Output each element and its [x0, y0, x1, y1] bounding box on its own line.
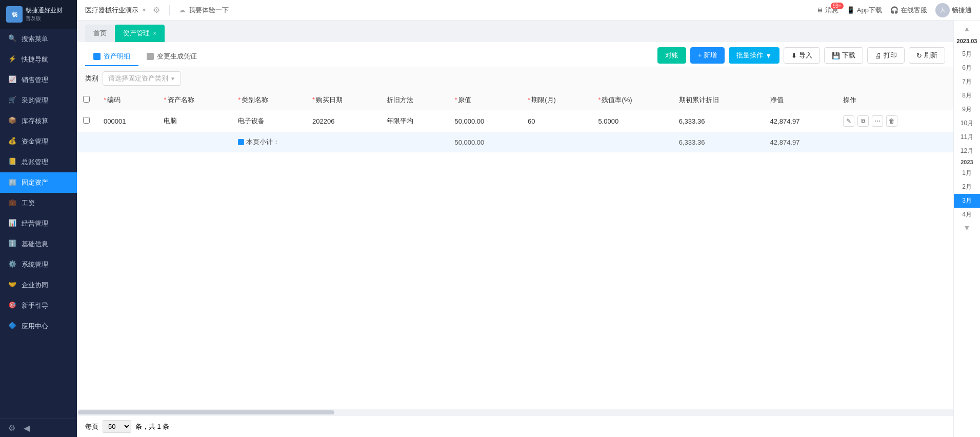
calendar-month-1[interactable]: 1月 — [954, 166, 980, 180]
headset-icon: 🎧 — [890, 6, 898, 14]
subtotal-empty-1 — [77, 132, 97, 152]
tab-asset-mgmt[interactable]: 资产管理 × — [115, 25, 165, 42]
refresh-btn[interactable]: ↻ 刷新 — [909, 47, 945, 64]
asset-detail-icon — [93, 53, 101, 60]
user-avatar-btn[interactable]: 人 畅捷通 — [935, 3, 972, 17]
app-download-btn[interactable]: 📱 App下载 — [847, 6, 882, 15]
sidebar-item-guide[interactable]: 🎯 新手引导 — [0, 295, 77, 316]
batch-ops-btn[interactable]: 批量操作 ▼ — [729, 47, 779, 64]
settings-icon[interactable]: ⚙ — [153, 5, 160, 15]
row-period-months: 60 — [522, 110, 592, 132]
calendar-month-8[interactable]: 8月 — [954, 89, 980, 103]
reconcile-btn[interactable]: 对账 — [657, 47, 686, 64]
phone-icon: 📱 — [847, 6, 855, 14]
calendar-month-4[interactable]: 4月 — [954, 208, 980, 222]
content-area: 首页 资产管理 × 资产明细 变更生成凭证 — [77, 21, 980, 437]
col-category: *类别名称 — [232, 90, 306, 110]
calendar-month-5[interactable]: 5月 — [954, 47, 980, 61]
new-btn[interactable]: + 新增 — [690, 47, 725, 64]
experience-btn[interactable]: ☁ 我要体验一下 — [179, 6, 229, 15]
row-checkbox[interactable] — [83, 117, 90, 124]
company-selector[interactable]: 医疗器械行业演示 ▼ — [85, 6, 147, 15]
subtotal-row: 本页小计： 50,000.00 6,333.36 42,874.97 — [77, 132, 953, 152]
calendar-month-2[interactable]: 2月 — [954, 180, 980, 194]
logo-text: 畅捷通好业财 普及版 — [26, 7, 63, 22]
col-actions: 操作 — [837, 90, 953, 110]
row-original-value: 50,000.00 — [448, 110, 522, 132]
print-btn[interactable]: 🖨 打印 — [867, 47, 905, 64]
sidebar-item-quick-nav[interactable]: ⚡ 快捷导航 — [0, 49, 77, 70]
sub-tab-asset-detail[interactable]: 资产明细 — [85, 48, 138, 66]
tab-home[interactable]: 首页 — [85, 25, 115, 42]
sidebar-item-system[interactable]: ⚙️ 系统管理 — [0, 254, 77, 275]
sidebar-item-fixed-assets[interactable]: 🏢 固定资产 — [0, 172, 77, 193]
subtotal-net-value: 42,874.97 — [764, 132, 837, 152]
chart-icon: 📈 — [8, 75, 17, 85]
sidebar-item-ledger[interactable]: 📒 总账管理 — [0, 152, 77, 172]
sidebar-item-search[interactable]: 🔍 搜索菜单 — [0, 29, 77, 49]
sidebar-item-basic-info[interactable]: ℹ️ 基础信息 — [0, 234, 77, 254]
ledger-icon: 📒 — [8, 157, 17, 167]
online-service-btn[interactable]: 🎧 在线客服 — [890, 6, 927, 15]
sidebar-item-salary[interactable]: 💼 工资 — [0, 193, 77, 213]
sidebar: 畅 畅捷通好业财 普及版 🔍 搜索菜单 ⚡ 快捷导航 📈 销售管理 🛒 采购管理… — [0, 0, 77, 437]
calendar-month-12[interactable]: 12月 — [954, 144, 980, 158]
bar-chart-icon: 📊 — [8, 219, 17, 228]
calendar-month-11[interactable]: 11月 — [954, 130, 980, 144]
table-row: 000001 电脑 电子设备 202206 年限平均 50,000.00 60 … — [77, 110, 953, 132]
download-btn[interactable]: 💾 下载 — [824, 47, 863, 64]
calendar-month-7[interactable]: 7月 — [954, 75, 980, 89]
select-all-checkbox[interactable] — [83, 96, 90, 103]
calendar-month-10[interactable]: 10月 — [954, 116, 980, 130]
import-btn[interactable]: ⬇ 导入 — [784, 47, 820, 64]
calendar-up-arrow[interactable]: ▲ — [964, 23, 971, 35]
subtotal-original-value: 50,000.00 — [448, 132, 522, 152]
sidebar-bottom: ⚙ ◀ — [0, 419, 77, 437]
calendar-month-9[interactable]: 9月 — [954, 103, 980, 116]
sidebar-item-fund[interactable]: 💰 资金管理 — [0, 131, 77, 152]
subtotal-label-cell: 本页小计： — [232, 132, 448, 152]
sidebar-item-purchase[interactable]: 🛒 采购管理 — [0, 90, 77, 111]
sidebar-item-enterprise[interactable]: 🤝 企业协同 — [0, 275, 77, 295]
col-purchase-date: *购买日期 — [306, 90, 381, 110]
row-actions-cell: ✎ ⧉ ⋯ 🗑 — [837, 110, 953, 132]
import-icon: ⬇ — [791, 52, 797, 59]
sidebar-item-operation[interactable]: 📊 经营管理 — [0, 213, 77, 234]
settings-bottom-icon[interactable]: ⚙ — [8, 423, 15, 433]
tab-close-icon[interactable]: × — [153, 30, 156, 37]
calendar-year-section: 2023 — [954, 158, 980, 166]
sub-tab-voucher-gen[interactable]: 变更生成凭证 — [138, 48, 205, 66]
collapse-icon[interactable]: ◀ — [24, 423, 30, 433]
delete-btn[interactable]: 🗑 — [886, 115, 897, 127]
category-select[interactable]: 请选择固定资产类别 ▼ — [103, 71, 181, 86]
message-icon: 🖥 — [816, 6, 823, 14]
horizontal-scrollbar[interactable] — [77, 409, 953, 415]
app-logo: 畅 畅捷通好业财 普及版 — [0, 0, 77, 29]
sub-tab-bar: 资产明细 变更生成凭证 对账 + 新增 批量操作 ▼ — [77, 42, 953, 67]
more-btn[interactable]: ⋯ — [872, 115, 883, 127]
calendar-month-3[interactable]: 3月 — [954, 194, 980, 208]
sidebar-item-app-center[interactable]: 🔷 应用中心 — [0, 316, 77, 336]
message-badge: 99+ — [831, 3, 844, 9]
col-period-months: *期限(月) — [522, 90, 592, 110]
row-depr-method: 年限平均 — [381, 110, 449, 132]
logo-icon: 畅 — [6, 6, 23, 23]
filter-category-label: 类别 — [85, 74, 98, 83]
calendar-down-arrow[interactable]: ▼ — [964, 222, 971, 234]
message-btn[interactable]: 🖥 消息 99+ — [816, 6, 838, 15]
sidebar-item-sales[interactable]: 📈 销售管理 — [0, 70, 77, 90]
asset-table: *编码 *资产名称 *类别名称 *购买日期 折旧方法 *原值 *期限(月) *残… — [77, 90, 953, 152]
batch-chevron-icon: ▼ — [765, 52, 772, 59]
edit-btn[interactable]: ✎ — [843, 115, 854, 127]
sidebar-item-inventory[interactable]: 📦 库存核算 — [0, 111, 77, 131]
row-checkbox-cell — [77, 110, 97, 132]
calendar-month-6[interactable]: 6月 — [954, 61, 980, 75]
copy-btn[interactable]: ⧉ — [857, 115, 869, 127]
scrollbar-thumb[interactable] — [78, 410, 334, 414]
per-page-select[interactable]: 50 10 20 100 — [103, 420, 131, 433]
pagination-bar: 每页 50 10 20 100 条，共 1 条 — [77, 415, 953, 437]
category-chevron-icon: ▼ — [170, 76, 175, 82]
table-header-row: *编码 *资产名称 *类别名称 *购买日期 折旧方法 *原值 *期限(月) *残… — [77, 90, 953, 110]
cloud-icon: ☁ — [179, 6, 186, 14]
subtotal-empty-3 — [157, 132, 232, 152]
